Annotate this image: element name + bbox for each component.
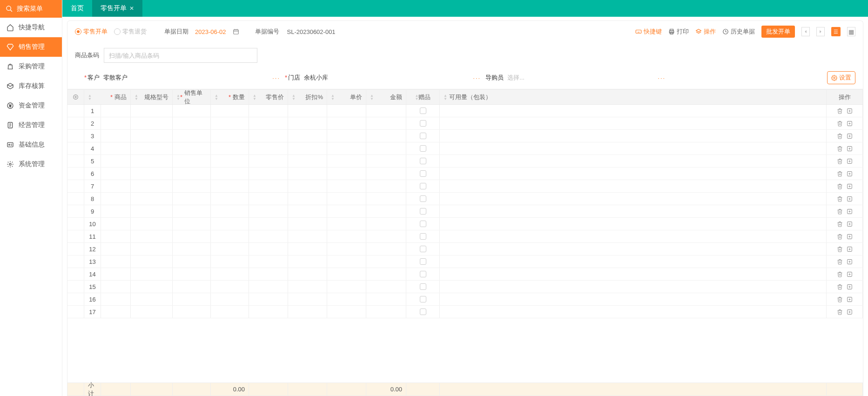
- delete-row-icon[interactable]: [837, 183, 843, 189]
- add-row-icon[interactable]: [847, 133, 853, 139]
- table-row[interactable]: 6: [67, 168, 863, 180]
- table-row[interactable]: 5: [67, 155, 863, 168]
- store-select[interactable]: 余杭小库 ···: [304, 74, 481, 82]
- table-row[interactable]: 16: [67, 293, 863, 306]
- delete-row-icon[interactable]: [837, 221, 843, 227]
- delete-row-icon[interactable]: [837, 246, 843, 252]
- add-row-icon[interactable]: [847, 146, 853, 152]
- gift-checkbox[interactable]: [420, 221, 426, 227]
- table-row[interactable]: 1: [67, 105, 863, 117]
- add-row-icon[interactable]: [847, 183, 853, 189]
- delete-row-icon[interactable]: [837, 271, 843, 277]
- gift-checkbox[interactable]: [420, 183, 426, 189]
- sidebar-item-2[interactable]: 采购管理: [0, 57, 62, 76]
- ellipsis-icon[interactable]: ···: [473, 74, 481, 81]
- calendar-icon[interactable]: [233, 28, 239, 35]
- table-row[interactable]: 12: [67, 243, 863, 255]
- col-gift[interactable]: ▲▼赠品: [406, 90, 440, 104]
- sidebar-item-3[interactable]: 库存核算: [0, 76, 62, 96]
- col-spec[interactable]: ▲▼规格型号: [131, 90, 173, 104]
- gift-checkbox[interactable]: [420, 120, 426, 127]
- prev-doc-button[interactable]: [801, 27, 810, 36]
- gift-checkbox[interactable]: [420, 296, 426, 302]
- col-gear[interactable]: [67, 90, 84, 104]
- table-row[interactable]: 10: [67, 218, 863, 230]
- delete-row-icon[interactable]: [837, 309, 843, 315]
- gift-checkbox[interactable]: [420, 309, 426, 315]
- delete-row-icon[interactable]: [837, 133, 843, 139]
- sidebar-item-7[interactable]: 系统管理: [0, 154, 62, 174]
- gift-checkbox[interactable]: [420, 208, 426, 215]
- sidebar-item-4[interactable]: ¥资金管理: [0, 96, 62, 115]
- table-row[interactable]: 17: [67, 306, 863, 318]
- ellipsis-icon[interactable]: ···: [658, 74, 666, 81]
- sidebar-item-5[interactable]: 经营管理: [0, 115, 62, 135]
- table-row[interactable]: 8: [67, 193, 863, 205]
- gift-checkbox[interactable]: [420, 145, 426, 152]
- ellipsis-icon[interactable]: ···: [272, 74, 280, 81]
- add-row-icon[interactable]: [847, 121, 853, 127]
- add-row-icon[interactable]: [847, 221, 853, 227]
- gift-checkbox[interactable]: [420, 170, 426, 177]
- delete-row-icon[interactable]: [837, 284, 843, 290]
- gift-checkbox[interactable]: [420, 158, 426, 164]
- col-discount[interactable]: ▲▼折扣%: [288, 90, 327, 104]
- col-qty[interactable]: ▲▼*数量: [211, 90, 249, 104]
- add-row-icon[interactable]: [847, 108, 853, 114]
- add-row-icon[interactable]: [847, 296, 853, 302]
- delete-row-icon[interactable]: [837, 259, 843, 265]
- print-button[interactable]: 打印: [668, 27, 689, 36]
- delete-row-icon[interactable]: [837, 234, 843, 240]
- delete-row-icon[interactable]: [837, 208, 843, 215]
- table-row[interactable]: 2: [67, 117, 863, 130]
- gift-checkbox[interactable]: [420, 195, 426, 202]
- col-unit[interactable]: ▲▼*销售单位: [173, 90, 211, 104]
- table-row[interactable]: 15: [67, 281, 863, 293]
- delete-row-icon[interactable]: [837, 196, 843, 202]
- batch-order-button[interactable]: 批发开单: [761, 26, 795, 38]
- operations-button[interactable]: 操作: [695, 27, 716, 36]
- gift-checkbox[interactable]: [420, 233, 426, 240]
- sidebar-item-6[interactable]: 基础信息: [0, 135, 62, 154]
- gift-checkbox[interactable]: [420, 283, 426, 290]
- guide-select[interactable]: 选择... ···: [507, 74, 666, 82]
- gift-checkbox[interactable]: [420, 107, 426, 114]
- table-row[interactable]: 4: [67, 142, 863, 155]
- radio-retail-return[interactable]: 零售退货: [114, 27, 147, 36]
- col-price[interactable]: ▲▼单价: [327, 90, 366, 104]
- settings-button[interactable]: 设置: [827, 71, 855, 84]
- gift-checkbox[interactable]: [420, 246, 426, 252]
- gift-checkbox[interactable]: [420, 258, 426, 265]
- close-icon[interactable]: ✕: [129, 5, 134, 12]
- delete-row-icon[interactable]: [837, 296, 843, 302]
- sidebar-item-1[interactable]: 销售管理: [0, 37, 62, 57]
- col-available[interactable]: ▲▼可用量（包装）: [440, 90, 827, 104]
- history-button[interactable]: 历史单据: [722, 27, 755, 36]
- add-row-icon[interactable]: [847, 196, 853, 202]
- list-view-button[interactable]: ☰: [831, 27, 841, 36]
- tab-retail-order[interactable]: 零售开单 ✕: [92, 0, 142, 17]
- date-value[interactable]: 2023-06-02: [195, 28, 226, 35]
- table-row[interactable]: 7: [67, 180, 863, 193]
- delete-row-icon[interactable]: [837, 171, 843, 177]
- table-row[interactable]: 11: [67, 230, 863, 243]
- shortcut-button[interactable]: 快捷键: [635, 27, 662, 36]
- sidebar-item-0[interactable]: 快捷导航: [0, 18, 62, 37]
- add-row-icon[interactable]: [847, 259, 853, 265]
- add-row-icon[interactable]: [847, 284, 853, 290]
- add-row-icon[interactable]: [847, 158, 853, 164]
- delete-row-icon[interactable]: [837, 108, 843, 114]
- grid-view-button[interactable]: ▦: [847, 27, 855, 36]
- add-row-icon[interactable]: [847, 246, 853, 252]
- next-doc-button[interactable]: [816, 27, 825, 36]
- add-row-icon[interactable]: [847, 171, 853, 177]
- gift-checkbox[interactable]: [420, 133, 426, 139]
- col-retail[interactable]: ▲▼零售价: [249, 90, 288, 104]
- col-amount[interactable]: ▲▼金额: [366, 90, 406, 104]
- delete-row-icon[interactable]: [837, 146, 843, 152]
- radio-retail-order[interactable]: 零售开单: [75, 27, 108, 36]
- table-row[interactable]: 14: [67, 268, 863, 281]
- search-menu-button[interactable]: 搜索菜单: [0, 0, 62, 18]
- col-product[interactable]: ▲▼*商品: [84, 90, 131, 104]
- delete-row-icon[interactable]: [837, 158, 843, 164]
